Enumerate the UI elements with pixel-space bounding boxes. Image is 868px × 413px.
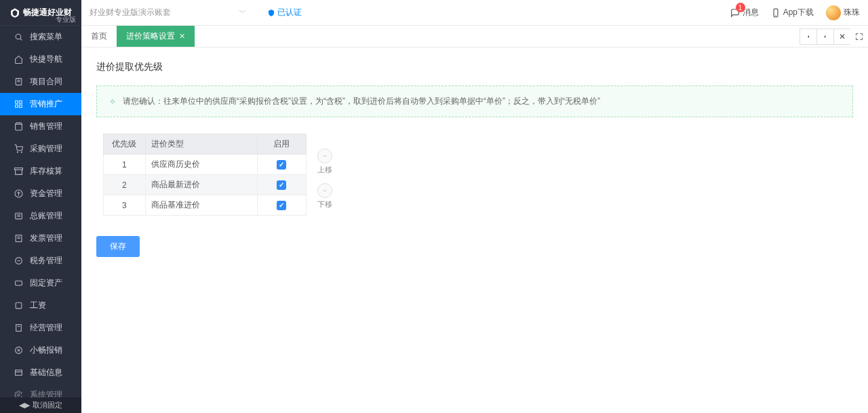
inventory-icon xyxy=(14,167,23,176)
save-button[interactable]: 保存 xyxy=(96,236,140,257)
pin-label: 取消固定 xyxy=(33,400,62,410)
move-down-button[interactable]: 下移 xyxy=(317,183,332,210)
sidebar-item-reimburse[interactable]: 小畅报销 xyxy=(0,339,81,361)
enable-toggle[interactable]: ✓ xyxy=(277,180,286,190)
cell-type: 商品最新进价 xyxy=(145,175,257,195)
sidebar-item-label: 基础信息 xyxy=(30,367,62,378)
svg-rect-8 xyxy=(19,105,22,108)
sidebar-item-label: 快捷导航 xyxy=(30,54,62,65)
biz-icon xyxy=(14,323,23,333)
sidebar-item-label: 发票管理 xyxy=(30,233,62,244)
tab-close-all-button[interactable]: ✕ xyxy=(833,28,851,45)
svg-point-28 xyxy=(17,394,19,396)
svg-rect-22 xyxy=(16,302,22,309)
funds-icon xyxy=(14,189,23,199)
brand-icon xyxy=(9,7,20,18)
phone-icon xyxy=(771,8,781,18)
marketing-icon xyxy=(14,100,23,109)
move-up-label: 上移 xyxy=(317,165,332,175)
sidebar-item-biz[interactable]: 经营管理 xyxy=(0,317,81,339)
tabbar-controls: ✕ xyxy=(800,26,868,47)
table-row[interactable]: 1 供应商历史价 ✓ xyxy=(104,155,307,175)
main-content: 进价提取优先级 ✧ 请您确认：往来单位中的供应商“采购报价含税”设置，为“含税”… xyxy=(81,47,868,413)
cell-enable: ✓ xyxy=(257,155,306,175)
sidebar-item-label: 总账管理 xyxy=(30,210,62,222)
verified-label: 已认证 xyxy=(277,7,302,18)
enable-toggle[interactable]: ✓ xyxy=(277,160,286,170)
tab-active[interactable]: 进价策略设置 ✕ xyxy=(117,26,195,47)
sidebar-item-salary[interactable]: 工资 xyxy=(0,294,81,317)
tabs: 首页 进价策略设置 ✕ xyxy=(81,26,195,47)
tenant-selector[interactable]: 好业财专业版演示账套 ﹀ xyxy=(90,7,247,18)
table-row[interactable]: 2 商品最新进价 ✓ xyxy=(104,175,307,195)
verified-badge[interactable]: 已认证 xyxy=(267,7,302,18)
sidebar-item-asset[interactable]: 固定资产 xyxy=(0,272,81,294)
sidebar-item-system[interactable]: 系统管理 xyxy=(0,384,81,397)
svg-line-1 xyxy=(20,39,22,40)
pin-toggle[interactable]: ◀▶ 取消固定 xyxy=(0,397,81,413)
svg-rect-23 xyxy=(16,325,21,332)
asset-icon xyxy=(14,279,23,288)
move-up-button[interactable]: 上移 xyxy=(317,149,332,175)
sidebar-item-label: 销售管理 xyxy=(30,121,62,132)
sidebar-item-quicknav[interactable]: 快捷导航 xyxy=(0,48,81,71)
sidebar-item-search[interactable]: 搜索菜单 xyxy=(0,26,81,48)
sidebar-item-sales[interactable]: 销售管理 xyxy=(0,115,81,138)
chevron-down-icon: ﹀ xyxy=(239,7,247,18)
sales-icon xyxy=(14,122,23,132)
sidebar-item-marketing[interactable]: 营销推广 xyxy=(0,93,81,115)
cell-enable: ✓ xyxy=(257,195,306,216)
sidebar-item-label: 搜索菜单 xyxy=(30,31,62,43)
sidebar-item-contract[interactable]: 项目合同 xyxy=(0,71,81,93)
sidebar-item-label: 资金管理 xyxy=(30,188,62,199)
table-row[interactable]: 3 商品基准进价 ✓ xyxy=(104,195,307,216)
chevron-up-icon xyxy=(317,149,332,163)
move-down-label: 下移 xyxy=(317,199,332,210)
invoice-icon xyxy=(14,234,23,243)
sidebar-item-label: 经营管理 xyxy=(30,322,62,334)
base-icon xyxy=(14,368,23,378)
pin-icon: ◀▶ xyxy=(19,401,30,410)
tab-label: 进价策略设置 xyxy=(126,31,175,42)
app-label: App下载 xyxy=(783,7,814,18)
svg-rect-7 xyxy=(15,105,18,108)
sidebar-item-inventory[interactable]: 库存核算 xyxy=(0,160,81,182)
sidebar-item-label: 项目合同 xyxy=(30,76,62,87)
shield-icon xyxy=(267,9,275,17)
svg-point-11 xyxy=(21,152,22,153)
fullscreen-button[interactable] xyxy=(850,28,868,45)
cell-priority: 1 xyxy=(104,155,146,175)
info-alert: ✧ 请您确认：往来单位中的供应商“采购报价含税”设置，为“含税”，取到进价后将自… xyxy=(96,85,853,117)
salary-icon xyxy=(14,301,23,311)
svg-point-10 xyxy=(17,152,18,153)
sidebar-item-tax[interactable]: 税务管理 xyxy=(0,250,81,272)
tab-next-button[interactable] xyxy=(816,28,834,45)
message-button[interactable]: 消息 1 xyxy=(730,7,759,18)
cell-priority: 2 xyxy=(104,175,146,195)
tab-home[interactable]: 首页 xyxy=(81,26,117,47)
cell-type: 供应商历史价 xyxy=(145,155,257,175)
close-icon[interactable]: ✕ xyxy=(179,32,185,41)
home-icon xyxy=(14,55,23,64)
col-type: 进价类型 xyxy=(145,134,257,155)
sidebar-item-base[interactable]: 基础信息 xyxy=(0,361,81,384)
user-menu[interactable]: 珠珠 xyxy=(826,5,860,20)
svg-rect-12 xyxy=(14,168,22,170)
svg-rect-26 xyxy=(15,370,22,376)
system-icon xyxy=(14,391,23,398)
sidebar-item-funds[interactable]: 资金管理 xyxy=(0,182,81,205)
sidebar-item-label: 采购管理 xyxy=(30,143,62,155)
header: 好业财专业版演示账套 ﹀ 已认证 消息 1 App下载 珠珠 xyxy=(81,0,868,26)
sidebar-item-purchase[interactable]: 采购管理 xyxy=(0,138,81,160)
ledger-icon xyxy=(14,212,23,221)
move-controls: 上移 下移 xyxy=(317,134,332,210)
tenant-name: 好业财专业版演示账套 xyxy=(90,7,171,18)
message-badge: 1 xyxy=(736,3,745,12)
sidebar-item-label: 固定资产 xyxy=(30,277,62,289)
app-download-button[interactable]: App下载 xyxy=(771,7,814,18)
sidebar-item-invoice[interactable]: 发票管理 xyxy=(0,227,81,250)
svg-point-0 xyxy=(16,34,21,39)
tab-prev-button[interactable] xyxy=(800,28,817,45)
enable-toggle[interactable]: ✓ xyxy=(277,201,286,210)
sidebar-item-ledger[interactable]: 总账管理 xyxy=(0,205,81,227)
